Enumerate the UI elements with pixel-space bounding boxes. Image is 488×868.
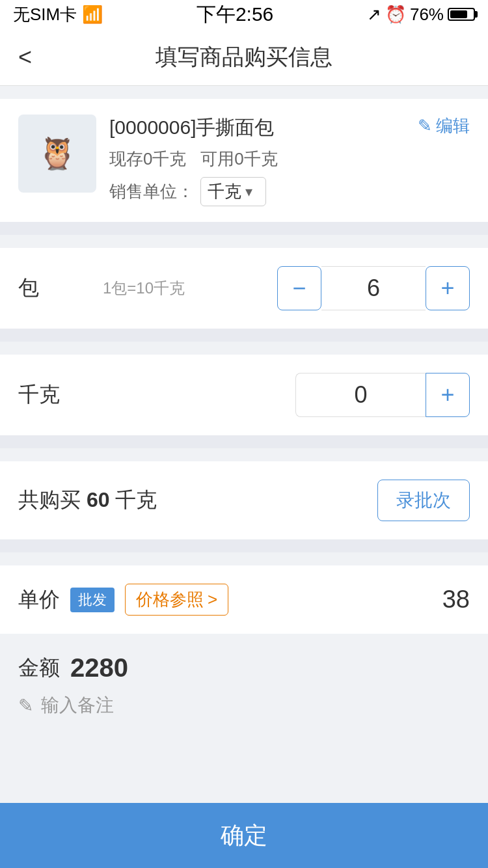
bao-section: 包 1包=10千克 − 6 + [0, 248, 488, 329]
product-stock: 现存0千克 可用0千克 [109, 148, 470, 170]
price-label: 单价 [18, 586, 60, 614]
total-section: 共购买 60 千克 录批次 [0, 461, 488, 539]
bao-row: 包 1包=10千克 − 6 + [0, 248, 488, 329]
pencil-icon: ✎ [18, 695, 33, 716]
amount-value: 2280 [70, 653, 128, 683]
price-tag: 批发 [70, 588, 115, 612]
batch-button[interactable]: 录批次 [377, 480, 470, 521]
product-image: 🦉 [18, 115, 96, 193]
total-unit: 千克 [115, 488, 157, 511]
amount-row: 金额 2280 [18, 653, 470, 683]
unit-prefix: 销售单位： [109, 180, 194, 203]
product-logo-icon: 🦉 [38, 135, 77, 172]
bao-minus-button[interactable]: − [277, 266, 321, 310]
price-row: 单价 批发 价格参照 > 38 [18, 584, 470, 616]
total-label: 共购买 60 千克 [18, 486, 377, 515]
bao-qty-input[interactable]: 6 [321, 266, 426, 310]
product-card: 🦉 [0000006]手撕面包 现存0千克 可用0千克 销售单位： 千克 ▾ ✎… [0, 99, 488, 222]
price-section: 单价 批发 价格参照 > 38 [0, 565, 488, 634]
location-icon: ↗ [367, 5, 381, 25]
bao-label: 包 [18, 274, 96, 303]
status-bar: 无SIM卡 📶 下午2:56 ↗ ⏰ 76% [0, 0, 488, 29]
unit-value: 千克 [208, 180, 241, 203]
bao-hint: 1包=10千克 [103, 278, 185, 299]
edit-icon: ✎ [418, 116, 432, 136]
wifi-icon: 📶 [82, 5, 103, 25]
product-name: 手撕面包 [196, 116, 274, 138]
battery-percent: 76% [410, 5, 444, 25]
battery-icon [448, 8, 475, 21]
kg-row: 千克 0 + [0, 355, 488, 435]
product-unit-row: 销售单位： 千克 ▾ [109, 177, 470, 206]
status-left: 无SIM卡 📶 [13, 3, 103, 26]
unit-select[interactable]: 千克 ▾ [200, 177, 266, 206]
carrier-label: 无SIM卡 [13, 3, 77, 26]
chevron-right-icon: > [208, 590, 217, 610]
product-code: [0000006] [109, 116, 196, 138]
alarm-icon: ⏰ [385, 5, 406, 25]
kg-plus-button[interactable]: + [426, 373, 470, 417]
separator-3 [0, 435, 488, 448]
total-amount: 60 [87, 488, 110, 511]
total-prefix: 共购买 [18, 488, 81, 511]
chevron-down-icon: ▾ [245, 183, 252, 200]
kg-label: 千克 [18, 381, 96, 409]
confirm-button[interactable]: 确定 [0, 803, 488, 868]
bao-qty-control: − 6 + [277, 266, 470, 310]
separator-4 [0, 539, 488, 552]
available-label: 可用0千克 [200, 149, 277, 169]
product-code-name: [0000006]手撕面包 [109, 115, 470, 141]
edit-button[interactable]: ✎ 编辑 [418, 115, 470, 137]
bao-plus-button[interactable]: + [426, 266, 470, 310]
price-ref-button[interactable]: 价格参照 > [125, 584, 228, 616]
separator-1 [0, 222, 488, 235]
amount-section: 金额 2280 ✎ 输入备注 [0, 635, 488, 718]
note-placeholder: 输入备注 [41, 693, 114, 718]
price-value: 38 [442, 586, 470, 614]
kg-qty-control: 0 + [295, 373, 470, 417]
kg-qty-input[interactable]: 0 [295, 373, 426, 417]
status-time: 下午2:56 [197, 1, 273, 28]
status-right: ↗ ⏰ 76% [367, 5, 475, 25]
edit-label: 编辑 [436, 115, 470, 137]
nav-bar: < 填写商品购买信息 [0, 29, 488, 86]
separator-2 [0, 329, 488, 342]
price-ref-label: 价格参照 [136, 588, 204, 611]
kg-section: 千克 0 + [0, 355, 488, 435]
stock-label: 现存0千克 [109, 149, 186, 169]
back-button[interactable]: < [18, 44, 32, 71]
total-row: 共购买 60 千克 录批次 [0, 461, 488, 539]
note-row[interactable]: ✎ 输入备注 [18, 693, 470, 718]
product-info: [0000006]手撕面包 现存0千克 可用0千克 销售单位： 千克 ▾ [109, 115, 470, 206]
amount-label: 金额 [18, 654, 60, 683]
page-title: 填写商品购买信息 [156, 42, 332, 72]
